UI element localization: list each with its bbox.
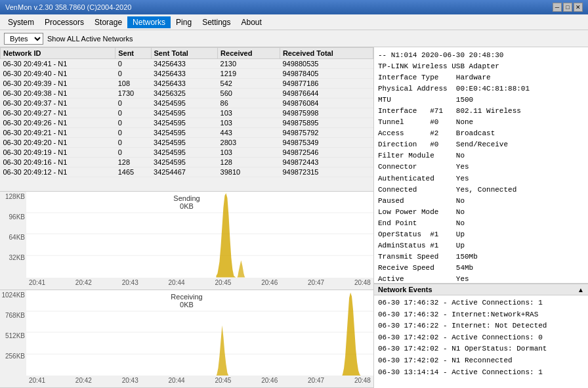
menu-bar: SystemProcessorsStorageNetworksPingSetti… xyxy=(0,14,588,30)
svg-marker-5 xyxy=(236,260,245,277)
toolbar: Bytes KB MB Show ALL Active Networks xyxy=(0,30,588,47)
table-row[interactable]: 06-30 20:49:26 - N1034254595103949875895 xyxy=(1,118,373,128)
events-section: Network Events ▲ 06-30 17:46:32 - Active… xyxy=(374,283,588,388)
table-row[interactable]: 06-30 20:49:27 - N1034254595103949875998 xyxy=(1,108,373,118)
menu-item-storage[interactable]: Storage xyxy=(89,16,127,28)
col-sent-total: Sent Total xyxy=(151,48,218,59)
table-row[interactable]: 06-30 20:49:41 - N1034256433213094988053… xyxy=(1,59,373,69)
toolbar-label: Show ALL Active Networks xyxy=(47,35,133,43)
col-network-id: Network ID xyxy=(1,48,116,59)
menu-item-networks[interactable]: Networks xyxy=(127,16,171,28)
menu-item-system[interactable]: System xyxy=(3,16,39,28)
receiving-label: Receiving 0KB xyxy=(171,293,202,309)
svg-marker-4 xyxy=(213,193,236,277)
receiving-x-axis: 20:41 20:42 20:43 20:44 20:45 20:46 20:4… xyxy=(26,376,373,387)
network-table: Network ID Sent Sent Total Received Rece… xyxy=(0,47,373,177)
events-header: Network Events xyxy=(378,286,432,293)
app-title: VenMon v.2.30 358.7860 (C)2004-2020 xyxy=(5,3,131,11)
event-item: 06-30 17:42:02 - Active Connections: 0 xyxy=(378,332,584,344)
event-item: 06-30 17:42:02 - N1 Reconnected xyxy=(378,355,584,367)
table-row[interactable]: 06-30 20:49:38 - N1173034256325560949876… xyxy=(1,89,373,98)
title-bar: VenMon v.2.30 358.7860 (C)2004-2020 ─ □ … xyxy=(0,0,588,14)
sending-y-axis: 128KB 96KB 64KB 32KB xyxy=(0,192,26,276)
close-button[interactable]: ✕ xyxy=(574,3,583,12)
event-item: 06-30 17:46:32 - Internet:Network+RAS xyxy=(378,309,584,321)
event-item: 06-30 17:46:22 - Internet: Not Detected xyxy=(378,320,584,332)
events-list: 06-30 17:46:32 - Active Connections: 106… xyxy=(374,295,588,380)
col-received: Received xyxy=(218,48,280,59)
event-item: 06-30 17:42:02 - N1 OperStatus: Dormant xyxy=(378,343,584,355)
unit-dropdown[interactable]: Bytes KB MB xyxy=(4,33,43,45)
table-row[interactable]: 06-30 20:49:39 - N1108342564335429498771… xyxy=(1,79,373,89)
table-row[interactable]: 06-30 20:49:16 - N1128342545951289498724… xyxy=(1,158,373,167)
receiving-y-axis: 1024KB 768KB 512KB 256KB xyxy=(0,290,26,375)
network-info-panel: -- N1:014 2020-06-30 20:48:30 TP-LINK Wi… xyxy=(374,47,588,283)
minimize-button[interactable]: ─ xyxy=(553,3,562,12)
table-row[interactable]: 06-30 20:49:12 - N1146534254467398109498… xyxy=(1,167,373,177)
receiving-chart: 1024KB 768KB 512KB 256KB xyxy=(0,290,373,389)
network-info-text: -- N1:014 2020-06-30 20:48:30 TP-LINK Wi… xyxy=(374,47,588,283)
event-item: 06-30 13:14:14 - Active Connections: 1 xyxy=(378,367,584,379)
menu-item-processors[interactable]: Processors xyxy=(39,16,89,28)
scroll-up-icon[interactable]: ▲ xyxy=(578,286,584,293)
menu-item-about[interactable]: About xyxy=(236,16,266,28)
table-row[interactable]: 06-30 20:49:19 - N1034254595103949872546 xyxy=(1,148,373,158)
svg-marker-9 xyxy=(213,325,228,376)
svg-marker-10 xyxy=(339,292,361,376)
col-received-total: Received Total xyxy=(280,48,373,59)
sending-label: Sending 0KB xyxy=(173,194,200,210)
table-row[interactable]: 06-30 20:49:20 - N1034254595280394987534… xyxy=(1,138,373,148)
table-row[interactable]: 06-30 20:49:21 - N1034254595443949875792 xyxy=(1,128,373,138)
sending-x-axis: 20:41 20:42 20:43 20:44 20:45 20:46 20:4… xyxy=(26,278,373,290)
maximize-button[interactable]: □ xyxy=(563,3,572,12)
sending-chart: 128KB 96KB 64KB 32KB xyxy=(0,192,373,290)
menu-item-ping[interactable]: Ping xyxy=(171,16,197,28)
col-sent: Sent xyxy=(116,48,151,59)
menu-item-settings[interactable]: Settings xyxy=(197,16,236,28)
table-row[interactable]: 06-30 20:49:37 - N103425459586949876084 xyxy=(1,98,373,108)
event-item: 06-30 17:46:32 - Active Connections: 1 xyxy=(378,297,584,309)
table-row[interactable]: 06-30 20:49:40 - N1034256433121994987840… xyxy=(1,69,373,79)
